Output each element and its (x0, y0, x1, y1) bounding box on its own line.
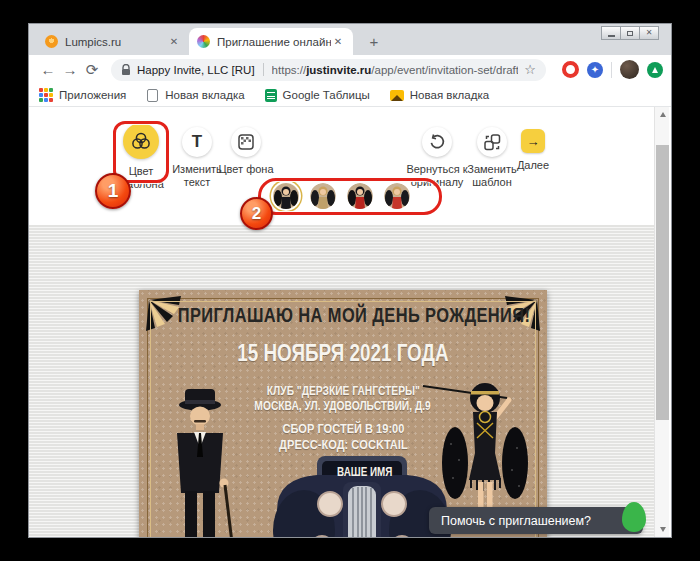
apps-grid-icon (39, 88, 53, 102)
tab-close-icon[interactable]: ✕ (331, 35, 345, 49)
next-button[interactable]: → Далее (507, 125, 559, 172)
url-text: https://justinvite.ru/app/event/invitati… (272, 64, 519, 76)
tab-title: Приглашение онлайн и сайт ме (217, 36, 331, 48)
bookmark-google-sheets[interactable]: Google Таблицы (265, 89, 370, 102)
scrollbar-down-arrow[interactable] (655, 522, 670, 537)
invite-favicon-icon (197, 35, 210, 48)
address-bar[interactable]: Happy Invite, LLC [RU] https://justinvit… (111, 59, 546, 81)
page-content: Цвет шаблона T Изменить текст Цвет фона (29, 107, 671, 537)
button-label: Цвет фона (218, 163, 273, 176)
browser-window: ✕ Lumpics.ru ✕ Приглашение онлайн и сайт… (28, 23, 672, 538)
background-color-button[interactable]: Цвет фона (215, 127, 277, 176)
annotation-rect-step1 (113, 121, 169, 183)
bookmarks-bar: Приложения Новая вкладка Google Таблицы … (29, 84, 671, 107)
window-minimize-button[interactable] (601, 26, 621, 40)
scrollbar-thumb[interactable] (656, 145, 669, 420)
bookmark-label: Новая вкладка (165, 89, 244, 101)
sheets-icon (265, 89, 277, 102)
lumpics-favicon-icon (45, 35, 58, 48)
maximize-icon (627, 31, 633, 36)
arrow-right-icon: → (521, 129, 545, 153)
invitation-canvas[interactable]: ПРИГЛАШАЮ НА МОЙ ДЕНЬ РОЖДЕНИЯ! 15 НОЯБР… (139, 290, 547, 537)
security-label: Happy Invite, LLC [RU] (137, 64, 255, 76)
blue-extension-icon[interactable]: ✦ (587, 62, 603, 78)
bookmark-star-icon[interactable]: ☆ (524, 62, 536, 77)
window-maximize-button[interactable] (620, 26, 640, 40)
tab-close-icon[interactable]: ✕ (167, 35, 181, 49)
page-scrollbar[interactable] (654, 107, 669, 537)
window-close-button[interactable]: ✕ (639, 26, 659, 40)
invitation-title: ПРИГЛАШАЮ НА МОЙ ДЕНЬ РОЖДЕНИЯ! (139, 304, 547, 327)
bookmark-label: Google Таблицы (283, 89, 370, 101)
red-extension-icon[interactable] (562, 61, 579, 78)
annotation-badge-2: 2 (240, 197, 273, 230)
chat-message: Помочь с приглашением? (441, 514, 591, 528)
bookmark-new-tab-1[interactable]: Новая вкладка (146, 89, 244, 102)
screenshot-root: ✕ Lumpics.ru ✕ Приглашение онлайн и сайт… (0, 0, 700, 561)
minimize-icon (608, 35, 615, 37)
forward-icon[interactable]: → (59, 59, 81, 81)
chat-leaf-icon (622, 502, 646, 532)
back-icon[interactable]: ← (37, 59, 59, 81)
browser-titlebar: ✕ Lumpics.ru ✕ Приглашение онлайн и сайт… (29, 24, 671, 55)
undo-icon (422, 127, 452, 157)
new-tab-button[interactable]: + (363, 32, 385, 51)
chat-widget[interactable]: Помочь с приглашением? (429, 507, 643, 534)
address-divider (263, 63, 264, 76)
profile-avatar[interactable] (620, 60, 639, 79)
text-icon: T (182, 127, 212, 157)
reload-icon[interactable]: ⟳ (81, 59, 103, 81)
tab-invitation-active[interactable]: Приглашение онлайн и сайт ме ✕ (189, 28, 353, 55)
tab-title: Lumpics.ru (65, 36, 167, 48)
guest-name-field[interactable]: ВАШЕ ИМЯ (323, 465, 407, 479)
swap-template-icon (477, 127, 507, 157)
scrollbar-up-arrow[interactable] (655, 107, 670, 122)
bookmark-new-tab-2[interactable]: Новая вкладка (390, 89, 489, 101)
close-icon: ✕ (646, 29, 653, 37)
gangster-man-illustration (153, 385, 248, 537)
tab-lumpics[interactable]: Lumpics.ru ✕ (37, 28, 189, 55)
page-icon (147, 89, 158, 102)
bookmark-label: Новая вкладка (410, 89, 489, 101)
annotation-badge-1: 1 (95, 173, 131, 209)
bookmark-label: Приложения (59, 89, 126, 101)
image-bookmark-icon (390, 90, 404, 101)
browser-navbar: ← → ⟳ Happy Invite, LLC [RU] https://jus… (29, 55, 671, 84)
button-label: Далее (517, 159, 549, 172)
background-color-icon (231, 127, 261, 157)
browser-menu-update-icon[interactable] (647, 62, 663, 78)
lock-icon (121, 64, 131, 76)
invitation-date: 15 НОЯБРЯ 2021 ГОДА (139, 340, 547, 367)
toolbar-divider (611, 62, 612, 78)
window-controls: ✕ (602, 26, 659, 40)
annotation-rect-step2 (258, 178, 442, 215)
bookmark-apps[interactable]: Приложения (39, 88, 126, 102)
